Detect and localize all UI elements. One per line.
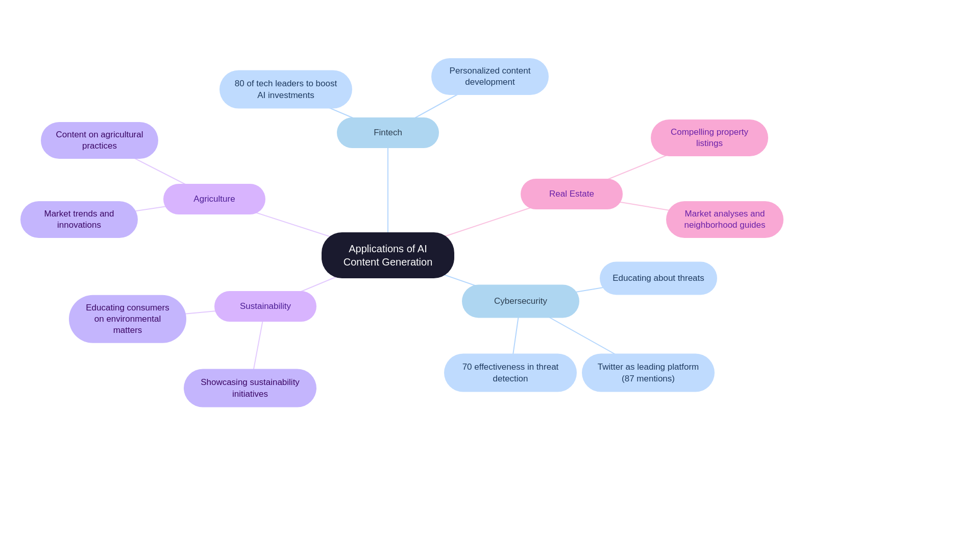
sustainability-node: Sustainability: [214, 291, 316, 322]
fintech-node: Fintech: [337, 117, 439, 148]
cybersecurity-node: Cybersecurity: [462, 285, 579, 318]
threat-detection-node: 70 effectiveness in threat detection: [444, 354, 577, 392]
educating-consumers-node: Educating consumers on environmental mat…: [69, 295, 186, 343]
agriculture-node: Agriculture: [163, 184, 265, 214]
personalized-node: Personalized content development: [431, 58, 549, 95]
real-estate-node: Real Estate: [521, 179, 623, 209]
property-listings-node: Compelling property listings: [651, 119, 768, 156]
center-node: Applications of AI Content Generation: [322, 232, 454, 278]
agricultural-practices-node: Content on agricultural practices: [41, 122, 158, 159]
twitter-platform-node: Twitter as leading platform (87 mentions…: [582, 354, 715, 392]
educating-threats-node: Educating about threats: [600, 262, 717, 295]
market-trends-node: Market trends and innovations: [20, 201, 138, 238]
mindmap-container: Applications of AI Content GenerationFin…: [0, 0, 980, 553]
market-analyses-node: Market analyses and neighborhood guides: [666, 201, 783, 238]
tech-leaders-node: 80 of tech leaders to boost AI investmen…: [219, 70, 352, 109]
showcasing-sustainability-node: Showcasing sustainability initiatives: [184, 369, 316, 407]
